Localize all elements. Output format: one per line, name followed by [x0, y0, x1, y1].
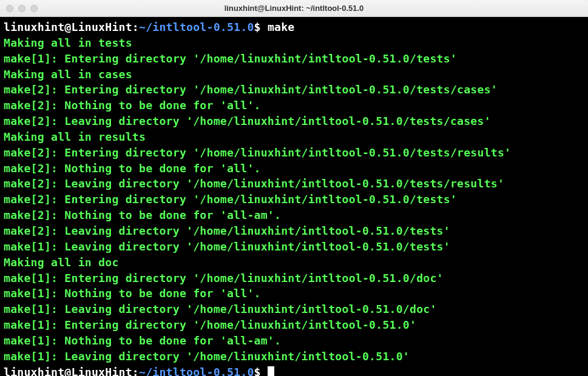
- output-line: make[2]: Leaving directory '/home/linuxh…: [4, 115, 491, 127]
- prompt-user-host: linuxhint@LinuxHint: [4, 21, 132, 33]
- cursor: [268, 366, 274, 376]
- output-line: make[1]: Entering directory '/home/linux…: [4, 318, 416, 331]
- output-line: make[1]: Entering directory '/home/linux…: [4, 52, 457, 65]
- output-line: make[1]: Nothing to be done for 'all-am'…: [4, 334, 281, 347]
- output-line: make[1]: Leaving directory '/home/linuxh…: [4, 240, 450, 253]
- output-line: make[2]: Nothing to be done for 'all'.: [4, 162, 261, 175]
- output-line: make[1]: Nothing to be done for 'all'.: [4, 287, 261, 300]
- output-line: make[2]: Leaving directory '/home/linuxh…: [4, 224, 450, 237]
- terminal-body[interactable]: linuxhint@LinuxHint:~/intltool-0.51.0$ m…: [0, 17, 588, 376]
- prompt-path: ~/intltool-0.51.0: [139, 366, 254, 376]
- titlebar[interactable]: linuxhint@LinuxHint: ~/intltool-0.51.0: [0, 0, 588, 17]
- prompt-sigil: $: [254, 366, 261, 376]
- window-controls: [0, 5, 38, 12]
- prompt-colon: :: [132, 21, 139, 33]
- window-title: linuxhint@LinuxHint: ~/intltool-0.51.0: [0, 4, 588, 13]
- terminal-window: linuxhint@LinuxHint: ~/intltool-0.51.0 l…: [0, 0, 588, 376]
- output-line: make[2]: Nothing to be done for 'all'.: [4, 99, 261, 112]
- output-line: make[2]: Entering directory '/home/linux…: [4, 146, 511, 159]
- maximize-icon[interactable]: [30, 5, 38, 12]
- prompt-user-host: linuxhint@LinuxHint: [4, 366, 132, 376]
- output-line: make[2]: Leaving directory '/home/linuxh…: [4, 177, 504, 190]
- output-line: make[1]: Leaving directory '/home/linuxh…: [4, 350, 410, 363]
- prompt-sigil: $: [254, 21, 261, 33]
- output-line: make[1]: Leaving directory '/home/linuxh…: [4, 303, 437, 315]
- output-line: Making all in doc: [4, 256, 119, 269]
- output-line: Making all in cases: [4, 68, 132, 81]
- output-line: make[2]: Entering directory '/home/linux…: [4, 83, 498, 96]
- command-text: make: [268, 21, 295, 33]
- output-line: make[2]: Nothing to be done for 'all-am'…: [4, 209, 281, 221]
- output-line: make[2]: Entering directory '/home/linux…: [4, 193, 457, 206]
- prompt-colon: :: [132, 366, 139, 376]
- close-icon[interactable]: [6, 5, 13, 12]
- output-line: make[1]: Entering directory '/home/linux…: [4, 272, 444, 284]
- minimize-icon[interactable]: [18, 5, 25, 12]
- prompt-path: ~/intltool-0.51.0: [139, 21, 254, 33]
- output-line: Making all in tests: [4, 36, 132, 49]
- output-line: Making all in results: [4, 130, 146, 143]
